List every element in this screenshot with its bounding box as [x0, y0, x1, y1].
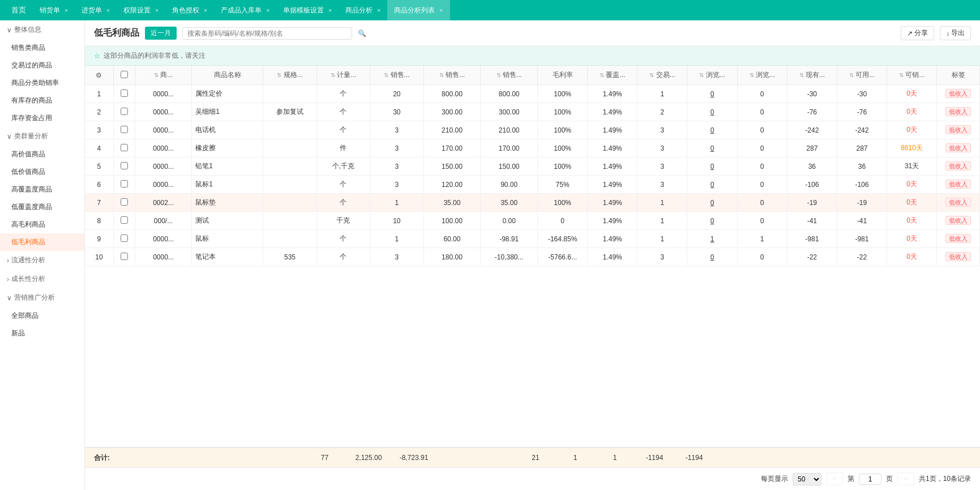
cell-spec	[263, 121, 316, 139]
nav-permissions-close[interactable]: ×	[155, 7, 159, 14]
row-checkbox[interactable]	[121, 235, 128, 242]
col-header-trade[interactable]: ⇅ 交易...	[637, 66, 687, 85]
col-header-unit[interactable]: ⇅ 计量...	[316, 66, 370, 85]
nav-product-analysis[interactable]: 商品分析 ×	[339, 0, 387, 20]
row-checkbox[interactable]	[121, 180, 128, 188]
cell-browse1[interactable]: 0	[687, 121, 737, 139]
cell-browse1[interactable]: 0	[687, 194, 737, 212]
col-header-gross[interactable]: 毛利率	[538, 66, 588, 85]
cell-chk[interactable]	[113, 212, 135, 230]
sidebar-section-circulation[interactable]: › 流通性分析	[0, 251, 84, 270]
col-header-cover[interactable]: ⇅ 覆盖...	[588, 66, 637, 85]
cell-chk[interactable]	[113, 121, 135, 139]
select-all-checkbox[interactable]	[121, 71, 128, 78]
next-page-btn[interactable]: ＞	[897, 472, 914, 485]
col-header-tag[interactable]: 标签	[937, 66, 980, 85]
col-header-saleable[interactable]: ⇅ 可销...	[887, 66, 937, 85]
nav-roles[interactable]: 角色授权 ×	[165, 0, 214, 20]
nav-template-close[interactable]: ×	[328, 7, 332, 14]
nav-sales-close[interactable]: ×	[65, 7, 68, 14]
col-header-settings[interactable]: ⚙	[85, 66, 113, 85]
cell-chk[interactable]	[113, 248, 135, 266]
nav-roles-close[interactable]: ×	[204, 7, 207, 14]
row-checkbox[interactable]	[121, 253, 128, 260]
col-header-sale-amt[interactable]: ⇅ 销售...	[423, 66, 481, 85]
sidebar-item-high-coverage[interactable]: 高覆盖度商品	[0, 181, 84, 198]
col-header-spec[interactable]: ⇅ 规格...	[263, 66, 316, 85]
cell-chk[interactable]	[113, 85, 135, 103]
cell-browse1[interactable]: 0	[687, 248, 737, 266]
sidebar-section-marketing[interactable]: ∨ 营销推广分析	[0, 288, 84, 307]
sidebar-item-low-value[interactable]: 低价值商品	[0, 163, 84, 181]
sidebar-item-all-products[interactable]: 全部商品	[0, 307, 84, 325]
per-page-select[interactable]: 50 100 200	[793, 473, 821, 485]
sidebar-item-stocked-products[interactable]: 有库存的商品	[0, 92, 84, 109]
cell-chk[interactable]	[113, 157, 135, 176]
col-header-checkbox[interactable]	[113, 66, 135, 85]
table-row: 4 0000... 橡皮擦 件 3 170.00 170.00 100% 1.4…	[85, 139, 980, 157]
sidebar-item-new-products[interactable]: 新品	[0, 325, 84, 342]
nav-home[interactable]: 首页	[5, 0, 33, 20]
filter-month-btn[interactable]: 近一月	[145, 27, 177, 40]
col-header-stock[interactable]: ⇅ 现有...	[787, 66, 837, 85]
sidebar-item-high-gross[interactable]: 高毛利商品	[0, 216, 84, 233]
sidebar-item-sales-products[interactable]: 销售类商品	[0, 39, 84, 57]
cell-chk[interactable]	[113, 194, 135, 212]
sidebar-item-inventory-capital[interactable]: 库存资金占用	[0, 109, 84, 127]
cell-sale-profit: 90.00	[481, 176, 538, 194]
nav-product-analysis-list-close[interactable]: ×	[439, 7, 443, 14]
cell-sale-amt: 180.00	[423, 248, 481, 266]
col-header-browse2[interactable]: ⇅ 浏览...	[737, 66, 787, 85]
cell-chk[interactable]	[113, 139, 135, 157]
page-number-input[interactable]	[859, 474, 881, 485]
cell-browse1[interactable]: 0	[687, 85, 737, 103]
search-icon-btn[interactable]: 🔍	[358, 29, 366, 37]
nav-purchase[interactable]: 进货单 ×	[75, 0, 117, 20]
row-checkbox[interactable]	[121, 216, 128, 224]
export-btn[interactable]: ↓ 导出	[940, 26, 971, 40]
data-table-wrapper[interactable]: ⚙ ⇅ 商... 商品名称 ⇅ 规格... ⇅ 计量	[85, 66, 980, 447]
prev-page-btn[interactable]: ＜	[826, 472, 843, 485]
nav-product-entry[interactable]: 产成品入库单 ×	[214, 0, 276, 20]
nav-template[interactable]: 单据模板设置 ×	[276, 0, 339, 20]
col-header-sale-num[interactable]: ⇅ 销售...	[370, 66, 423, 85]
col-header-avail[interactable]: ⇅ 可用...	[837, 66, 887, 85]
cell-avail: 36	[837, 157, 887, 176]
row-checkbox[interactable]	[121, 198, 128, 206]
cell-browse1[interactable]: 0	[687, 212, 737, 230]
col-header-browse1[interactable]: ⇅ 浏览...	[687, 66, 737, 85]
cell-browse1[interactable]: 1	[687, 230, 737, 248]
cell-browse1[interactable]: 0	[687, 139, 737, 157]
cell-chk[interactable]	[113, 230, 135, 248]
col-header-name[interactable]: 商品名称	[192, 66, 263, 85]
cell-browse1[interactable]: 0	[687, 103, 737, 121]
nav-product-entry-close[interactable]: ×	[266, 7, 269, 14]
row-checkbox[interactable]	[121, 126, 128, 133]
sidebar-item-low-gross[interactable]: 低毛利商品	[0, 233, 84, 251]
nav-purchase-close[interactable]: ×	[106, 7, 110, 14]
col-header-sale-profit[interactable]: ⇅ 销售...	[481, 66, 538, 85]
nav-product-analysis-close[interactable]: ×	[377, 7, 380, 14]
sidebar-section-overall[interactable]: ∨ 整体信息	[0, 20, 84, 39]
sidebar-section-growth[interactable]: › 成长性分析	[0, 270, 84, 288]
cell-trade: 3	[637, 157, 687, 176]
search-input[interactable]	[182, 27, 352, 40]
row-checkbox[interactable]	[121, 90, 128, 97]
sidebar-section-cluster[interactable]: ∨ 类群量分析	[0, 127, 84, 146]
row-checkbox[interactable]	[121, 162, 128, 169]
sidebar-item-category-rate[interactable]: 商品分类助销率	[0, 74, 84, 92]
nav-sales[interactable]: 销货单 ×	[33, 0, 75, 20]
cell-browse1[interactable]: 0	[687, 157, 737, 176]
sidebar-item-traded-products[interactable]: 交易过的商品	[0, 57, 84, 74]
cell-chk[interactable]	[113, 103, 135, 121]
cell-chk[interactable]	[113, 176, 135, 194]
cell-browse1[interactable]: 0	[687, 176, 737, 194]
sidebar-item-low-coverage[interactable]: 低覆盖度商品	[0, 198, 84, 216]
sidebar-item-high-value[interactable]: 高价值商品	[0, 146, 84, 163]
row-checkbox[interactable]	[121, 144, 128, 151]
nav-product-analysis-list[interactable]: 商品分析列表 ×	[387, 0, 450, 20]
row-checkbox[interactable]	[121, 108, 128, 115]
col-header-code[interactable]: ⇅ 商...	[135, 66, 192, 85]
nav-permissions[interactable]: 权限设置 ×	[117, 0, 165, 20]
share-btn[interactable]: ↗ 分享	[901, 26, 934, 40]
